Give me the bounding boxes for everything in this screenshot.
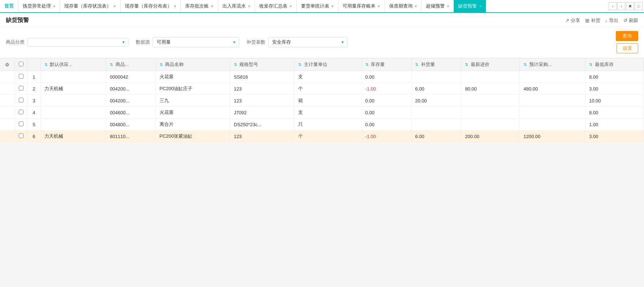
table-header-row: ⚙ ⇅ 默认供应... ⇅ 商品... ⇅ xyxy=(0,58,644,71)
row-checkbox-4[interactable] xyxy=(19,122,23,126)
datasource-select-value: 可用量 xyxy=(157,39,231,45)
row-checkbox-2[interactable] xyxy=(19,98,23,102)
row-checkbox-3[interactable] xyxy=(19,110,23,114)
tab-exception[interactable]: 拣货异常处理 × xyxy=(18,0,60,12)
tab-close-expiry[interactable]: × xyxy=(415,4,417,8)
row-checkbox-cell-2[interactable] xyxy=(14,95,27,107)
table-row: 5 004800... 离合片 DS250*23c... 只 0.00 1.00 xyxy=(0,119,644,131)
sort-icon-stock: ⇅ xyxy=(365,62,369,67)
row-min-stock-0: 8.00 xyxy=(585,71,644,83)
tab-shortage[interactable]: 缺货预警 × xyxy=(454,0,486,12)
row-name-0: 火花塞 xyxy=(156,71,230,83)
row-supplier-1: 力天机械 xyxy=(40,83,106,95)
window-restore-button[interactable]: ✖ xyxy=(626,2,634,10)
row-checkbox-1[interactable] xyxy=(19,86,23,90)
row-supplier-3 xyxy=(40,107,106,119)
tab-close-exception[interactable]: × xyxy=(53,4,55,8)
row-checkbox-cell-3[interactable] xyxy=(14,107,27,119)
row-checkbox-0[interactable] xyxy=(19,74,23,79)
tab-expiry[interactable]: 保质期查询 × xyxy=(385,0,422,12)
column-spec[interactable]: ⇅ 规格型号 xyxy=(230,58,294,71)
row-checkbox-cell-1[interactable] xyxy=(14,83,27,95)
tab-close-shortage[interactable]: × xyxy=(479,4,481,8)
refresh-button[interactable]: ↺ 刷新 xyxy=(623,17,638,24)
column-checkbox-header[interactable] xyxy=(14,58,27,71)
column-est-purchase[interactable]: ⇅ 预计采购... xyxy=(520,58,586,71)
sort-icon-unit: ⇅ xyxy=(298,62,301,67)
replenish-base-select-value: 安全库存 xyxy=(272,39,339,45)
row-checkbox-cell-5[interactable] xyxy=(14,131,27,142)
export-icon: ↓ xyxy=(605,18,608,23)
column-product-code[interactable]: ⇅ 商品... xyxy=(106,58,156,71)
export-button[interactable]: ↓ 导出 xyxy=(605,17,619,24)
window-maximize-button[interactable]: □ xyxy=(635,2,643,10)
table-wrapper: ⚙ ⇅ 默认供应... ⇅ 商品... ⇅ xyxy=(0,58,644,142)
tab-overstock[interactable]: 超储预警 × xyxy=(422,0,454,12)
tab-home[interactable]: 首页 xyxy=(0,0,18,12)
tab-close-available[interactable]: × xyxy=(378,4,380,8)
row-stock-4: 0.00 xyxy=(361,119,411,131)
select-all-checkbox[interactable] xyxy=(19,62,23,66)
row-latest-price-5: 200.00 xyxy=(461,131,520,142)
tab-inout[interactable]: 出入库流水 × xyxy=(218,0,255,12)
row-index-2: 3 xyxy=(27,95,40,107)
category-label: 商品分类 xyxy=(6,39,25,45)
row-est-purchase-0 xyxy=(520,71,586,83)
replenish-base-select[interactable]: 安全库存 ▾ xyxy=(268,37,348,47)
row-est-purchase-2 xyxy=(520,95,586,107)
tab-next-button[interactable]: › xyxy=(617,2,625,10)
table-body: 1 0000042 火花塞 SS816 支 0.00 8.00 2 力天机械 0… xyxy=(0,71,644,142)
tab-demand[interactable]: 要货单统计表 × xyxy=(297,0,338,12)
tab-batch[interactable]: 库存批次账 × xyxy=(181,0,218,12)
row-replenish-0 xyxy=(412,71,461,83)
row-latest-price-4 xyxy=(461,119,520,131)
category-filter-group: 商品分类 ▾ xyxy=(6,38,129,47)
tab-stock-status[interactable]: 现存量（库存状况表） × xyxy=(60,0,120,12)
tab-close-inout[interactable]: × xyxy=(248,4,250,8)
query-button[interactable]: 查询 xyxy=(616,31,638,41)
row-stock-3: 0.00 xyxy=(361,107,411,119)
tab-close-demand[interactable]: × xyxy=(331,4,334,8)
column-unit[interactable]: ⇅ 主计量单位 xyxy=(295,58,362,71)
column-product-name[interactable]: ⇅ 商品名称 xyxy=(156,58,230,71)
column-stock[interactable]: ⇅ 库存量 xyxy=(361,58,411,71)
tab-close-stock-status[interactable]: × xyxy=(113,4,116,8)
row-checkbox-5[interactable] xyxy=(19,133,23,138)
column-replenish[interactable]: ⇅ 补货量 xyxy=(412,58,461,71)
tab-close-stock-dist[interactable]: × xyxy=(174,4,176,8)
filter-right-actions: 查询 设置 xyxy=(616,31,638,53)
row-checkbox-cell-0[interactable] xyxy=(14,71,27,83)
tab-available[interactable]: 可用量库存账本 × xyxy=(338,0,384,12)
row-index-1: 2 xyxy=(27,83,40,95)
column-gear[interactable]: ⚙ xyxy=(0,58,14,71)
sort-icon-replenish: ⇅ xyxy=(415,62,418,67)
table-row: 6 力天机械 801110... PC200张紧油缸 123 个 -1.00 6… xyxy=(0,131,644,142)
settings-button[interactable]: 设置 xyxy=(617,43,638,53)
row-supplier-2 xyxy=(40,95,106,107)
tab-prev-button[interactable]: ‹ xyxy=(609,2,617,10)
column-default-supplier[interactable]: ⇅ 默认供应... xyxy=(40,58,106,71)
table-row: 1 0000042 火花塞 SS816 支 0.00 8.00 xyxy=(0,71,644,83)
tab-nav-buttons: ‹ › ✖ □ xyxy=(609,2,644,10)
row-checkbox-cell-4[interactable] xyxy=(14,119,27,131)
category-select[interactable]: ▾ xyxy=(27,38,129,47)
row-stock-1: -1.00 xyxy=(361,83,411,95)
row-est-purchase-3 xyxy=(520,107,586,119)
tab-stock-dist[interactable]: 现存量（库存分布表） × xyxy=(121,0,181,12)
column-latest-price[interactable]: ⇅ 最新进价 xyxy=(461,58,520,71)
replenish-button[interactable]: ⊞ 补货 xyxy=(585,17,600,24)
tab-close-receive[interactable]: × xyxy=(290,4,292,8)
row-name-2: 三九 xyxy=(156,95,230,107)
row-replenish-5: 6.00 xyxy=(412,131,461,142)
replenish-icon: ⊞ xyxy=(585,18,589,23)
share-button[interactable]: ↗ 分享 xyxy=(565,17,580,24)
column-min-stock[interactable]: ⇅ 最低库存 xyxy=(585,58,644,71)
tab-receive[interactable]: 收发存汇总表 × xyxy=(255,0,296,12)
tab-close-batch[interactable]: × xyxy=(211,4,213,8)
row-stock-2: 0.00 xyxy=(361,95,411,107)
row-unit-2: 箱 xyxy=(295,95,362,107)
datasource-select[interactable]: 可用量 ▾ xyxy=(153,37,239,47)
row-latest-price-0 xyxy=(461,71,520,83)
tab-close-overstock[interactable]: × xyxy=(447,4,449,8)
row-code-0: 0000042 xyxy=(106,71,156,83)
